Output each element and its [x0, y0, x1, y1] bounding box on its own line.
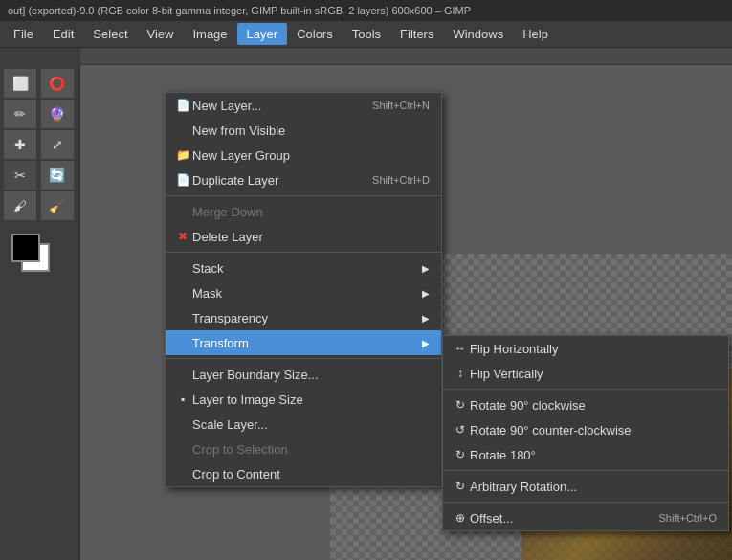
- tool-free-select[interactable]: ✏: [4, 100, 36, 128]
- tool-paint[interactable]: 🖌: [4, 191, 36, 220]
- submenu-sep-2: [443, 470, 728, 471]
- menu-entry-transform[interactable]: Transform ▶: [166, 330, 441, 355]
- menu-layer[interactable]: Layer: [237, 23, 288, 45]
- layer-to-image-size-label: Layer to Image Size: [192, 392, 418, 407]
- menu-entry-layer-to-image-size[interactable]: ▪ Layer to Image Size: [166, 387, 441, 412]
- rotate-90-cw-label: Rotate 90° clockwise: [470, 398, 705, 413]
- submenu-offset[interactable]: ⊕ Offset... Shift+Ctrl+O: [443, 505, 728, 530]
- separator-1: [166, 195, 441, 196]
- transform-submenu[interactable]: ↔ Flip Horizontally ↕ Flip Vertically ↻ …: [442, 335, 729, 531]
- menu-help[interactable]: Help: [513, 23, 558, 45]
- tool-move[interactable]: ✚: [4, 130, 36, 159]
- new-layer-shortcut: Shift+Ctrl+N: [372, 100, 430, 111]
- offset-label: Offset...: [470, 511, 647, 526]
- menu-colors[interactable]: Colors: [287, 23, 343, 45]
- menu-entry-new-from-visible[interactable]: New from Visible: [166, 118, 441, 143]
- tool-rotate[interactable]: 🔄: [41, 161, 74, 190]
- separator-2: [166, 252, 441, 253]
- new-from-visible-label: New from Visible: [192, 123, 418, 138]
- menu-entry-scale-layer[interactable]: Scale Layer...: [166, 412, 441, 437]
- tool-transform[interactable]: ⤢: [41, 130, 74, 159]
- mask-arrow: ▶: [422, 288, 430, 299]
- flip-h-label: Flip Horizontally: [470, 342, 705, 356]
- transparency-label: Transparency: [192, 311, 403, 325]
- ruler-horizontal: [80, 48, 732, 65]
- new-layer-group-label: New Layer Group: [192, 148, 418, 163]
- rotate-90-ccw-icon: ↺: [451, 423, 470, 437]
- rotate-90-cw-icon: ↻: [451, 398, 470, 412]
- menu-entry-merge-down: Merge Down: [166, 199, 441, 224]
- duplicate-layer-shortcut: Shift+Ctrl+D: [372, 174, 430, 186]
- submenu-flip-horizontally[interactable]: ↔ Flip Horizontally: [443, 336, 728, 361]
- rotate-180-icon: ↻: [451, 448, 470, 461]
- merge-down-label: Merge Down: [192, 205, 418, 219]
- rotate-90-ccw-label: Rotate 90° counter-clockwise: [470, 423, 705, 437]
- tool-erase[interactable]: 🧹: [41, 191, 74, 220]
- menu-edit[interactable]: Edit: [43, 23, 83, 45]
- title-bar: out] (exported)-9.0 (RGB color 8-bit gam…: [0, 0, 732, 21]
- menu-entry-transparency[interactable]: Transparency ▶: [166, 305, 441, 330]
- stack-label: Stack: [192, 261, 403, 276]
- flip-v-label: Flip Vertically: [470, 367, 705, 381]
- menu-windows[interactable]: Windows: [443, 23, 513, 45]
- menu-image[interactable]: Image: [183, 23, 236, 45]
- layer-boundary-size-label: Layer Boundary Size...: [192, 368, 418, 382]
- arbitrary-rotation-icon: ↻: [451, 480, 470, 493]
- duplicate-layer-icon: 📄: [173, 173, 192, 187]
- submenu-sep-3: [443, 502, 728, 503]
- canvas-area: 📄 New Layer... Shift+Ctrl+N New from Vis…: [80, 65, 732, 560]
- menu-select[interactable]: Select: [83, 23, 137, 45]
- submenu-sep-1: [443, 389, 728, 390]
- menu-entry-mask[interactable]: Mask ▶: [166, 280, 441, 305]
- tool-ellipse-select[interactable]: ⭕: [41, 69, 74, 98]
- mask-label: Mask: [192, 286, 403, 301]
- separator-3: [166, 358, 441, 359]
- menu-file[interactable]: File: [4, 23, 43, 45]
- main-layout: ⬜ ⭕ ✏ 🔮 ✚ ⤢ ✂ 🔄 🖌 🧹 📄 New Layer: [0, 65, 732, 560]
- menu-entry-new-layer[interactable]: 📄 New Layer... Shift+Ctrl+N: [166, 93, 441, 118]
- menu-entry-delete-layer[interactable]: ✖ Delete Layer: [166, 224, 441, 249]
- submenu-flip-vertically[interactable]: ↕ Flip Vertically: [443, 361, 728, 386]
- stack-arrow: ▶: [422, 263, 430, 274]
- submenu-rotate-180[interactable]: ↻ Rotate 180°: [443, 442, 728, 467]
- menu-entry-new-layer-group[interactable]: 📁 New Layer Group: [166, 143, 441, 168]
- menu-entry-crop-to-selection: Crop to Selection: [166, 437, 441, 461]
- submenu-arbitrary-rotation[interactable]: ↻ Arbitrary Rotation...: [443, 474, 728, 499]
- transform-label: Transform: [192, 336, 403, 350]
- menu-entry-layer-boundary-size[interactable]: Layer Boundary Size...: [166, 362, 441, 387]
- rotate-180-label: Rotate 180°: [470, 448, 705, 462]
- delete-layer-label: Delete Layer: [192, 230, 418, 244]
- layer-dropdown-menu[interactable]: 📄 New Layer... Shift+Ctrl+N New from Vis…: [165, 92, 442, 487]
- tool-rect-select[interactable]: ⬜: [4, 69, 36, 98]
- new-layer-label: New Layer...: [192, 99, 361, 113]
- crop-to-selection-label: Crop to Selection: [192, 442, 418, 457]
- menu-entry-stack[interactable]: Stack ▶: [166, 256, 441, 280]
- offset-shortcut: Shift+Ctrl+O: [658, 512, 717, 524]
- menu-bar: File Edit Select View Image Layer Colors…: [0, 21, 732, 48]
- menu-tools[interactable]: Tools: [343, 23, 390, 45]
- flip-h-icon: ↔: [451, 342, 470, 355]
- submenu-rotate-90-ccw[interactable]: ↺ Rotate 90° counter-clockwise: [443, 417, 728, 442]
- menu-filters[interactable]: Filters: [390, 23, 443, 45]
- offset-icon: ⊕: [451, 511, 470, 525]
- duplicate-layer-label: Duplicate Layer: [192, 173, 361, 188]
- foreground-color[interactable]: [11, 234, 40, 262]
- toolbox: ⬜ ⭕ ✏ 🔮 ✚ ⤢ ✂ 🔄 🖌 🧹: [0, 65, 80, 560]
- submenu-rotate-90-cw[interactable]: ↻ Rotate 90° clockwise: [443, 392, 728, 417]
- flip-v-icon: ↕: [451, 367, 470, 380]
- tool-fuzzy-select[interactable]: 🔮: [41, 100, 74, 128]
- delete-layer-icon: ✖: [173, 230, 192, 243]
- menu-view[interactable]: View: [138, 23, 184, 45]
- scale-layer-label: Scale Layer...: [192, 417, 418, 432]
- crop-to-content-label: Crop to Content: [192, 467, 418, 482]
- transparency-arrow: ▶: [422, 313, 430, 324]
- layer-to-image-size-icon: ▪: [173, 392, 192, 406]
- arbitrary-rotation-label: Arbitrary Rotation...: [470, 480, 705, 494]
- transform-arrow: ▶: [422, 338, 430, 348]
- tool-crop[interactable]: ✂: [4, 161, 36, 190]
- new-layer-group-icon: 📁: [173, 148, 192, 162]
- new-layer-icon: 📄: [173, 99, 192, 112]
- menu-entry-duplicate-layer[interactable]: 📄 Duplicate Layer Shift+Ctrl+D: [166, 168, 441, 192]
- menu-entry-crop-to-content[interactable]: Crop to Content: [166, 461, 441, 486]
- title-text: out] (exported)-9.0 (RGB color 8-bit gam…: [8, 5, 471, 16]
